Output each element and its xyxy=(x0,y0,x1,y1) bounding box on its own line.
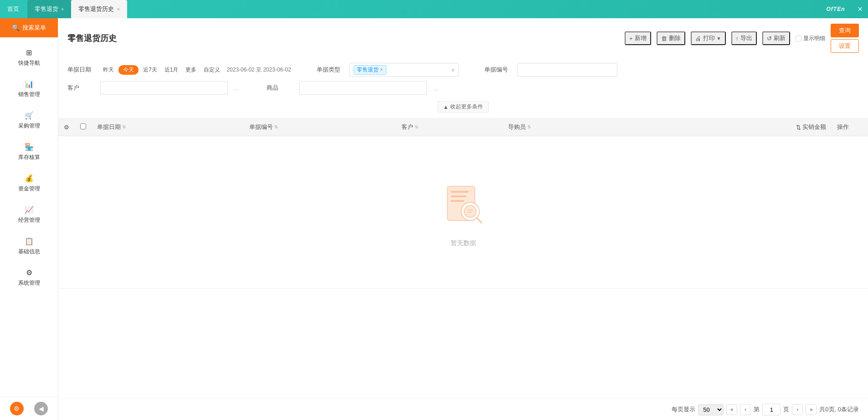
window-close-button[interactable]: × xyxy=(852,5,868,14)
filter-row-date: 单据日期 昨天 今天 近7天 近1月 更多 自定义 2023-06-02 至 2… xyxy=(67,63,859,77)
th-customer-sort-icon[interactable]: ⇅ xyxy=(415,125,418,129)
display-switch-label: 显示明细 xyxy=(796,35,825,42)
inventory-icon: 🏪 xyxy=(24,142,34,152)
page-unit: 页 xyxy=(783,405,789,414)
empty-state-cell: 暂无数据 xyxy=(58,136,868,289)
customer-ellipsis-icon[interactable]: … xyxy=(231,85,241,92)
collapse-arrow-icon: ◀ xyxy=(39,405,44,412)
last-page-button[interactable]: » xyxy=(806,404,817,415)
sidebar-settings-button[interactable]: ⚙ xyxy=(10,402,24,415)
customer-input[interactable] xyxy=(100,81,228,95)
sidebar-search[interactable]: 🔍 搜索菜单 xyxy=(0,18,58,37)
date-opt-7days[interactable]: 近7天 xyxy=(140,65,160,75)
filter-row-customer: 客户 … 商品 … xyxy=(67,81,859,95)
prev-page-button[interactable]: ‹ xyxy=(740,404,751,415)
finance-icon: 💰 xyxy=(24,173,34,183)
th-guide-sort-icon[interactable]: ⇅ xyxy=(527,125,531,129)
date-options: 昨天 今天 近7天 近1月 更多 自定义 2023-06-02 至 2023-0… xyxy=(100,65,291,75)
collapse-button[interactable]: ▲ 收起更多条件 xyxy=(437,101,489,113)
page-size-select[interactable]: 20 50 100 xyxy=(698,404,724,415)
export-button[interactable]: ↑ 导出 xyxy=(731,31,757,45)
page-number-input[interactable] xyxy=(762,404,781,415)
tab-home-label: 首页 xyxy=(7,5,19,13)
tab-home[interactable]: 首页 xyxy=(0,0,26,18)
th-checkbox[interactable] xyxy=(75,118,92,136)
date-opt-today[interactable]: 今天 xyxy=(118,65,139,75)
type-select[interactable]: 零售退货 × ∨ xyxy=(349,63,459,77)
th-actions-label: 操作 xyxy=(837,123,849,130)
date-opt-more[interactable]: 更多 xyxy=(183,65,199,75)
delete-icon: 🗑 xyxy=(661,35,667,42)
next-page-button[interactable]: › xyxy=(792,404,803,415)
new-icon: + xyxy=(629,35,633,42)
tab-retail-return-label: 零售退货 xyxy=(35,5,58,13)
sidebar-item-quick-nav[interactable]: ⊞ 快捷导航 xyxy=(3,42,55,72)
page-title: 零售退货历史 xyxy=(67,33,117,44)
sidebar-item-operation[interactable]: 📈 经营管理 xyxy=(3,199,55,230)
table-header: ⚙ 单据日期 ⇅ 单据编号 xyxy=(58,118,868,136)
sidebar-item-inventory[interactable]: 🏪 库存核算 xyxy=(3,136,55,167)
first-page-icon: « xyxy=(730,406,734,413)
tab-retail-return[interactable]: 零售退货 × xyxy=(27,0,71,18)
sidebar-collapse-button[interactable]: ◀ xyxy=(34,402,48,415)
first-page-button[interactable]: « xyxy=(726,404,737,415)
export-label: 导出 xyxy=(740,34,752,42)
filter-area: 单据日期 昨天 今天 近7天 近1月 更多 自定义 2023-06-02 至 2… xyxy=(67,58,859,118)
date-range-display: 2023-06-02 至 2023-06-02 xyxy=(226,66,291,74)
print-icon: 🖨 xyxy=(695,35,701,42)
page-header: 零售退货历史 + 新增 🗑 删除 🖨 打印 ▼ xyxy=(58,18,868,118)
column-settings-icon: ⚙ xyxy=(64,124,69,131)
th-amount-sort-icon[interactable]: ⇅ xyxy=(796,124,801,131)
th-number-sort-icon[interactable]: ⇅ xyxy=(274,125,278,129)
search-icon: 🔍 xyxy=(12,24,20,31)
display-switch-checkbox[interactable] xyxy=(796,36,801,41)
th-guide: 导购员 ⇅ xyxy=(503,118,632,136)
select-all-checkbox[interactable] xyxy=(80,123,86,129)
delete-button[interactable]: 🗑 删除 xyxy=(657,31,685,45)
query-button[interactable]: 查询 xyxy=(831,24,859,37)
svg-point-5 xyxy=(464,205,476,217)
type-filter-label: 单据类型 xyxy=(317,66,342,74)
customer-filter-label: 客户 xyxy=(67,84,93,92)
sidebar-item-sales[interactable]: 📊 销售管理 xyxy=(3,73,55,104)
type-tag: 零售退货 × xyxy=(354,65,386,75)
collapse-up-icon: ▲ xyxy=(443,104,449,110)
tab-retail-return-history-close[interactable]: × xyxy=(117,6,119,12)
th-amount-label: 实销金额 xyxy=(802,123,826,131)
table-body: 暂无数据 xyxy=(58,136,868,289)
refresh-icon: ↺ xyxy=(767,35,772,42)
number-input[interactable] xyxy=(517,63,617,77)
collapse-label: 收起更多条件 xyxy=(450,103,483,111)
topbar-right: OfTEn xyxy=(826,6,852,12)
number-filter-label: 单据编号 xyxy=(484,66,510,74)
tab-retail-return-close[interactable]: × xyxy=(61,6,64,12)
type-tag-close[interactable]: × xyxy=(380,67,383,73)
th-settings[interactable]: ⚙ xyxy=(58,118,75,136)
settings-button[interactable]: 设置 xyxy=(831,39,859,53)
operation-icon: 📈 xyxy=(24,205,34,215)
tab-retail-return-history[interactable]: 零售退货历史 × xyxy=(71,0,127,18)
date-opt-custom[interactable]: 自定义 xyxy=(201,65,223,75)
sidebar-search-label: 搜索菜单 xyxy=(22,24,46,32)
date-opt-1month[interactable]: 近1月 xyxy=(162,65,181,75)
last-page-icon: » xyxy=(810,406,813,413)
sidebar-item-purchase[interactable]: 🛒 采购管理 xyxy=(3,105,55,135)
toolbar-action-buttons: 查询 设置 xyxy=(831,24,859,53)
sidebar-item-basic-info[interactable]: 📋 基础信息 xyxy=(3,230,55,261)
th-date-sort-icon[interactable]: ⇅ xyxy=(122,125,126,129)
sidebar-item-system[interactable]: ⚙ 系统管理 xyxy=(3,262,55,292)
tab-retail-return-history-label: 零售退货历史 xyxy=(78,5,114,13)
svg-line-6 xyxy=(477,218,482,223)
refresh-button[interactable]: ↺ 刷新 xyxy=(762,31,790,45)
display-switch-text: 显示明细 xyxy=(803,35,825,42)
table-footer: 每页显示 20 50 100 « ‹ 第 页 › xyxy=(58,399,868,420)
sidebar-item-finance[interactable]: 💰 资金管理 xyxy=(3,168,55,198)
refresh-label: 刷新 xyxy=(774,34,786,42)
goods-ellipsis-icon[interactable]: … xyxy=(431,85,440,92)
date-opt-yesterday[interactable]: 昨天 xyxy=(100,65,117,75)
print-button[interactable]: 🖨 打印 ▼ xyxy=(691,31,726,45)
customer-input-group: … xyxy=(100,81,241,95)
quick-nav-icon: ⊞ xyxy=(24,47,34,57)
new-button[interactable]: + 新增 xyxy=(625,31,651,45)
goods-input[interactable] xyxy=(299,81,427,95)
